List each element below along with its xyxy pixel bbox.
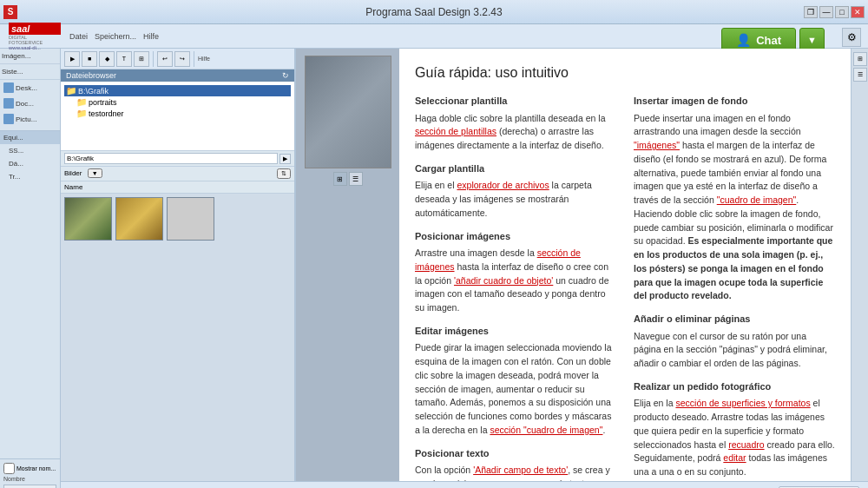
menu-datei[interactable]: Datei xyxy=(69,32,88,41)
chat-person-icon: 👤 xyxy=(736,33,751,47)
sidebar-item-doc[interactable]: Doc... xyxy=(0,96,60,111)
folder-sort-btn[interactable]: ⇅ xyxy=(277,168,291,179)
close-button[interactable]: ✕ xyxy=(851,6,865,18)
help-text-r0: Puede insertar una imagen en el fondo ar… xyxy=(634,112,835,304)
path-go-btn[interactable]: ▶ xyxy=(279,154,291,164)
thumb-img xyxy=(65,198,111,240)
path-input[interactable] xyxy=(64,153,278,164)
help-link-r2-3: editar xyxy=(723,452,746,463)
view-buttons: ⊞ ☰ xyxy=(333,172,363,186)
path-bar: ▶ xyxy=(61,151,294,167)
folder-icon: 📁 xyxy=(66,86,76,96)
tool-btn-1[interactable]: ▶ xyxy=(64,51,80,67)
sidebar-bottom: Mostrar nom... Nombre Relleno... Volver.… xyxy=(0,458,60,488)
file-tree: 📁 B:\Grafik 📁 portraits 📁 testordner xyxy=(61,82,294,151)
restore-button[interactable]: ❐ xyxy=(804,6,818,18)
file-browser-header: Dateiebrowser ↻ xyxy=(61,69,294,82)
image-grid xyxy=(61,194,294,481)
help-text-4: Con la opción 'Añadir campo de texto', s… xyxy=(415,464,616,481)
list-view-btn[interactable]: ☰ xyxy=(349,172,363,186)
tree-path: B:\Grafik xyxy=(78,87,108,96)
help-link-4-1: 'Añadir campo de texto' xyxy=(473,465,568,475)
bottom-bar: No quiero que se muestre más la introduc… xyxy=(61,481,868,488)
chat-label: Chat xyxy=(756,34,781,47)
hilfe-label: Hilfe xyxy=(198,56,210,62)
show-nombre-label: Mostrar nom... xyxy=(16,465,56,472)
nombre-label: Nombre xyxy=(3,476,56,482)
tool-btn-5[interactable]: ⊞ xyxy=(134,51,149,67)
help-text-0: Haga doble clic sobre la plantilla desea… xyxy=(415,112,616,153)
section-title-2: Posicionar imágenes xyxy=(415,229,616,244)
tool-btn-3[interactable]: ◆ xyxy=(99,51,115,67)
canvas-preview-inner xyxy=(306,56,391,168)
file-browser: Dateiebrowser ↻ 📁 B:\Grafik 📁 portraits xyxy=(61,69,294,481)
file-browser-title: Dateiebrowser xyxy=(66,71,116,80)
sidebar-item-ss[interactable]: SS... xyxy=(0,144,60,157)
brand-url: www.saal-di... xyxy=(9,45,61,50)
canvas-preview xyxy=(305,56,391,168)
folder-dropdown[interactable]: ▼ xyxy=(88,168,102,178)
right-tool-1[interactable]: ⊞ xyxy=(853,52,867,66)
thumbnail-3[interactable] xyxy=(167,197,214,241)
sidebar-item-da[interactable]: Dá... xyxy=(0,157,60,170)
equip-section: Equi... SS... Dá... Tr... xyxy=(0,130,60,183)
sidebar-item-equip[interactable]: Equi... xyxy=(0,131,60,144)
tree-item-root[interactable]: 📁 B:\Grafik xyxy=(64,85,291,96)
help-link-2-1: sección de imágenes xyxy=(415,247,581,272)
help-text-2: Arrastre una imagen desde la sección de … xyxy=(415,247,616,315)
section-title-r1: Añadir o eliminar páginas xyxy=(634,312,835,326)
section-title-3: Editar imágenes xyxy=(415,324,616,339)
help-text-r1: Navegue con el cursor de su ratón por un… xyxy=(634,330,835,371)
section-title-0: Seleccionar plantilla xyxy=(415,94,616,109)
tree-item-portraits[interactable]: 📁 portraits xyxy=(64,96,291,108)
folder-icon xyxy=(3,98,14,109)
thumbnail-row xyxy=(64,197,291,241)
sidebar-item-tr[interactable]: Tr... xyxy=(0,170,60,183)
help-column-left: Seleccionar plantilla Haga doble clic so… xyxy=(415,94,616,481)
app-icon: S xyxy=(3,5,17,19)
minimize-button[interactable]: — xyxy=(819,6,833,18)
refresh-icon[interactable]: ↻ xyxy=(282,71,289,80)
fill-button[interactable]: Relleno... xyxy=(3,485,56,488)
tree-folder-portraits: portraits xyxy=(89,98,117,107)
menu-speichern[interactable]: Speichern... xyxy=(95,32,136,41)
help-text-1: Elija en el explorador de archivos la ca… xyxy=(415,179,616,220)
help-column-right: Insertar imagen de fondo Puede insertar … xyxy=(634,94,835,481)
help-text-3: Puede girar la imagen seleccionada movie… xyxy=(415,341,616,437)
sidebar-item-pictu[interactable]: Pictu... xyxy=(0,111,60,127)
sidebar-section-images[interactable]: Imágen... xyxy=(0,49,60,64)
tool-btn-redo[interactable]: ↪ xyxy=(174,51,190,67)
tool-btn-2[interactable]: ■ xyxy=(82,51,97,67)
brand-logo: saal xyxy=(9,23,61,35)
maximize-button[interactable]: □ xyxy=(835,6,849,18)
menu-hilfe[interactable]: Hilfe xyxy=(143,32,159,41)
window-title: Programa Saal Design 3.2.43 xyxy=(365,6,502,18)
current-folder-label: Bilder xyxy=(64,169,82,177)
show-nombre-checkbox[interactable] xyxy=(3,463,15,474)
section-title-1: Cargar plantilla xyxy=(415,162,616,176)
tool-btn-4[interactable]: T xyxy=(116,51,132,67)
tool-btn-undo[interactable]: ↩ xyxy=(157,51,173,67)
help-link-3-1: sección "cuadro de imagen" xyxy=(490,425,602,435)
grid-view-btn[interactable]: ⊞ xyxy=(333,172,347,186)
design-canvas: ⊞ ☰ xyxy=(295,49,399,481)
section-title-4: Posicionar texto xyxy=(415,446,616,461)
right-tool-2[interactable]: ☰ xyxy=(853,68,867,82)
brand-sub: DIGITAL FOTOSERVICE xyxy=(9,35,61,45)
tree-item-testordner[interactable]: 📁 testordner xyxy=(64,108,291,119)
show-nombre-row: Mostrar nom... xyxy=(3,463,56,474)
thumb-img xyxy=(116,198,162,240)
top-bar: saal DIGITAL FOTOSERVICE www.saal-di... … xyxy=(0,24,868,49)
design-panel: ▶ ■ ◆ T ⊞ ↩ ↪ Hilfe Dateiebrowser ↻ xyxy=(61,49,295,481)
sidebar-section-system[interactable]: Siste... xyxy=(0,64,60,80)
design-toolbar: ▶ ■ ◆ T ⊞ ↩ ↪ Hilfe xyxy=(61,49,294,69)
sidebar-item-desk[interactable]: Desk... xyxy=(0,80,60,96)
help-link-2-2: 'añadir cuadro de objeto' xyxy=(454,275,553,286)
settings-button[interactable]: ⚙ xyxy=(842,28,861,47)
help-link-r2-1: sección de superficies y formatos xyxy=(675,398,810,408)
help-link-r2-2: recuadro xyxy=(728,439,764,450)
thumbnail-2[interactable] xyxy=(115,197,163,241)
folder-icon: 📁 xyxy=(76,97,87,107)
thumbnail-1[interactable] xyxy=(64,197,112,241)
section-title-r0: Insertar imagen de fondo xyxy=(634,94,835,109)
